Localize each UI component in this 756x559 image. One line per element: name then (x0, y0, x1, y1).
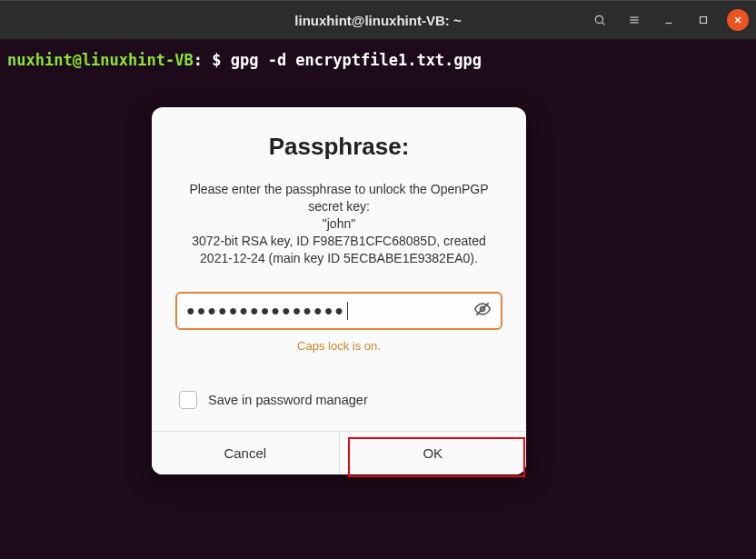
minimize-button[interactable] (658, 9, 680, 31)
maximize-button[interactable] (692, 9, 714, 31)
save-password-checkbox[interactable] (179, 391, 197, 409)
cancel-button[interactable]: Cancel (152, 432, 339, 474)
dialog-button-row: Cancel OK (152, 431, 526, 474)
dialog-description: Please enter the passphrase to unlock th… (175, 181, 502, 266)
passphrase-dialog: Passphrase: Please enter the passphrase … (152, 107, 526, 474)
ok-button[interactable]: OK (339, 432, 527, 474)
save-password-label: Save in password manager (208, 393, 368, 407)
dialog-title: Passphrase: (175, 133, 502, 161)
close-button[interactable] (727, 9, 749, 31)
save-password-row: Save in password manager (175, 391, 502, 409)
passphrase-input[interactable]: ●●●●●●●●●●●●●●● (175, 292, 502, 330)
passphrase-masked-value: ●●●●●●●●●●●●●●● (186, 303, 345, 319)
dialog-desc-line3: 3072-bit RSA key, ID F98E7B1CFC68085D, c… (192, 234, 485, 265)
svg-line-1 (602, 23, 605, 25)
prompt-char: $ (212, 51, 221, 69)
text-caret (347, 302, 348, 320)
terminal-command: gpg -d encryptfile1.txt.gpg (231, 51, 482, 69)
toggle-visibility-icon[interactable] (473, 300, 492, 322)
window-titlebar: linuxhint@linuxhint-VB: ~ (0, 0, 756, 40)
prompt-user-host: nuxhint@linuxhint-VB (7, 51, 194, 69)
titlebar-controls (589, 9, 749, 31)
search-icon[interactable] (589, 9, 611, 31)
prompt-separator: : (194, 51, 203, 69)
svg-point-0 (595, 15, 602, 23)
window-title: linuxhint@linuxhint-VB: ~ (294, 13, 461, 28)
dialog-desc-line1: Please enter the passphrase to unlock th… (189, 182, 488, 214)
hamburger-menu-icon[interactable] (623, 9, 645, 31)
svg-rect-6 (701, 17, 707, 24)
terminal-area[interactable]: nuxhint@linuxhint-VB: $ gpg -d encryptfi… (0, 40, 756, 80)
prompt-path (203, 51, 212, 69)
capslock-warning: Caps lock is on. (175, 339, 502, 353)
dialog-desc-line2: "john" (323, 216, 355, 231)
